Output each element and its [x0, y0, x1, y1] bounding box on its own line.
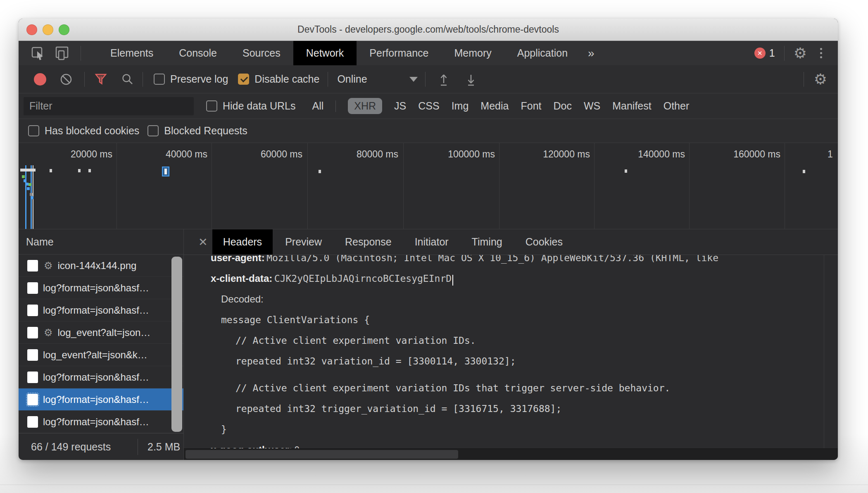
tab-headers[interactable]: Headers: [212, 229, 273, 255]
request-checkbox[interactable]: [27, 372, 38, 383]
device-toolbar-icon[interactable]: [54, 46, 70, 61]
request-row[interactable]: ⚙ icon-144x144.png: [19, 255, 183, 277]
request-row-selected[interactable]: log?format=json&hasf…: [19, 388, 183, 411]
separator: [81, 46, 81, 61]
more-tabs-icon[interactable]: »: [580, 41, 602, 65]
separator: [84, 72, 85, 87]
kebab-menu-icon[interactable]: [816, 46, 826, 60]
request-checkbox[interactable]: [27, 416, 38, 428]
throttling-dropdown[interactable]: Online: [337, 73, 418, 85]
settings-gear-icon[interactable]: ⚙: [794, 46, 807, 61]
tab-application[interactable]: Application: [504, 41, 580, 65]
headers-pane[interactable]: user-agent: Mozilla/5.0 (Macintosh; Inte…: [184, 255, 838, 460]
filter-input[interactable]: [24, 97, 194, 115]
filter-type-js[interactable]: JS: [394, 100, 406, 112]
tab-network[interactable]: Network: [293, 41, 357, 65]
error-badge[interactable]: ✕ 1: [754, 47, 775, 59]
import-har-icon[interactable]: [437, 72, 450, 87]
inspect-element-icon[interactable]: [31, 46, 46, 61]
hide-data-urls-checkbox[interactable]: [206, 100, 217, 112]
tab-cookies[interactable]: Cookies: [515, 229, 573, 255]
request-mark: [26, 183, 29, 186]
request-checkbox[interactable]: [27, 260, 38, 272]
request-checkbox[interactable]: [27, 349, 38, 361]
request-checkbox[interactable]: [27, 327, 38, 338]
request-checkbox[interactable]: [27, 394, 38, 405]
horizontal-scrollbar[interactable]: [184, 448, 838, 460]
filter-type-css[interactable]: CSS: [418, 100, 439, 112]
decoded-line: }: [211, 419, 824, 440]
blocked-requests-label: Blocked Requests: [164, 125, 247, 137]
horizontal-scrollbar-thumb[interactable]: [185, 450, 458, 459]
preserve-log-checkbox[interactable]: [154, 74, 165, 85]
separator: [784, 46, 785, 61]
filter-type-doc[interactable]: Doc: [553, 100, 571, 112]
request-checkbox[interactable]: [27, 282, 38, 294]
request-row[interactable]: log?format=json&hasf…: [19, 366, 183, 388]
tab-memory[interactable]: Memory: [441, 41, 504, 65]
titlebar[interactable]: DevTools - developers.google.com/web/too…: [19, 19, 838, 41]
network-toolbar: Preserve log Disable cache Online ⚙: [19, 65, 838, 93]
record-button[interactable]: [34, 73, 46, 86]
list-scrollbar-thumb[interactable]: [171, 257, 182, 432]
filter-type-other[interactable]: Other: [663, 100, 690, 112]
request-row[interactable]: ⚙ log_event?alt=json…: [19, 322, 183, 344]
blocked-requests-checkbox[interactable]: [147, 125, 159, 136]
tab-response[interactable]: Response: [334, 229, 402, 255]
decoded-line: // Active client experiment variation ID…: [211, 378, 824, 398]
tick-label: 60000 ms: [261, 149, 302, 160]
grid-line: [307, 143, 308, 229]
grid-line: [117, 143, 117, 229]
filter-type-manifest[interactable]: Manifest: [612, 100, 651, 112]
tick-label: 140000 ms: [638, 149, 685, 160]
tab-console[interactable]: Console: [166, 41, 230, 65]
network-overview-timeline[interactable]: 20000 ms 40000 ms 60000 ms 80000 ms 1000…: [19, 143, 838, 229]
request-dot: [625, 169, 627, 173]
tab-elements[interactable]: Elements: [98, 41, 166, 65]
tab-initiator[interactable]: Initiator: [404, 229, 459, 255]
filter-type-font[interactable]: Font: [521, 100, 541, 112]
disable-cache-checkbox[interactable]: [238, 74, 249, 85]
tick-label: 20000 ms: [71, 149, 112, 160]
grid-line: [212, 143, 212, 229]
selected-request-marker[interactable]: [162, 167, 169, 176]
close-icon[interactable]: ✕: [197, 236, 209, 248]
filter-type-media[interactable]: Media: [480, 100, 509, 112]
search-icon[interactable]: [121, 73, 134, 86]
request-mark: [30, 193, 33, 196]
filter-funnel-icon[interactable]: [94, 73, 108, 86]
request-checkbox[interactable]: [27, 305, 38, 316]
header-line-x-client-data: x-client-data: CJK2yQEIpLbJAQirncoBCIesy…: [211, 268, 824, 289]
has-blocked-cookies-checkbox[interactable]: [28, 125, 39, 136]
requests-count: 66 / 149 requests: [31, 441, 111, 453]
background-divider: [0, 484, 868, 485]
tick-label: 40000 ms: [166, 149, 207, 160]
export-har-icon[interactable]: [464, 72, 478, 87]
network-settings-gear-icon[interactable]: ⚙: [814, 72, 827, 87]
clear-icon[interactable]: [59, 73, 73, 86]
panel-tabs: Elements Console Sources Network Perform…: [98, 41, 602, 65]
separator: [143, 72, 143, 87]
request-mark: [31, 196, 33, 199]
request-row[interactable]: log_event?alt=json&k…: [19, 344, 183, 366]
tab-timing[interactable]: Timing: [461, 229, 513, 255]
request-row[interactable]: log?format=json&hasf…: [19, 411, 183, 433]
decoded-line: message ClientVariations {: [211, 310, 824, 330]
tick-label: 100000 ms: [448, 149, 495, 160]
tab-preview[interactable]: Preview: [274, 229, 333, 255]
name-column-header[interactable]: Name: [19, 229, 183, 255]
tab-sources[interactable]: Sources: [230, 41, 293, 65]
filter-type-ws[interactable]: WS: [584, 100, 600, 112]
disable-cache-label: Disable cache: [254, 73, 319, 85]
request-row[interactable]: log?format=json&hasf…: [19, 277, 183, 299]
tab-performance[interactable]: Performance: [357, 41, 441, 65]
separator: [138, 439, 138, 455]
filter-type-xhr[interactable]: XHR: [348, 98, 382, 114]
request-row[interactable]: log?format=json&hasf…: [19, 299, 183, 322]
tick-label: 80000 ms: [357, 149, 398, 160]
filter-type-all[interactable]: All: [312, 100, 323, 112]
decoded-line: // Active client experiment variation ID…: [211, 330, 824, 351]
header-line-user-agent: user-agent: Mozilla/5.0 (Macintosh; Inte…: [211, 255, 824, 268]
filter-type-img[interactable]: Img: [452, 100, 469, 112]
transferred-size: 2.5 MB: [147, 441, 182, 453]
